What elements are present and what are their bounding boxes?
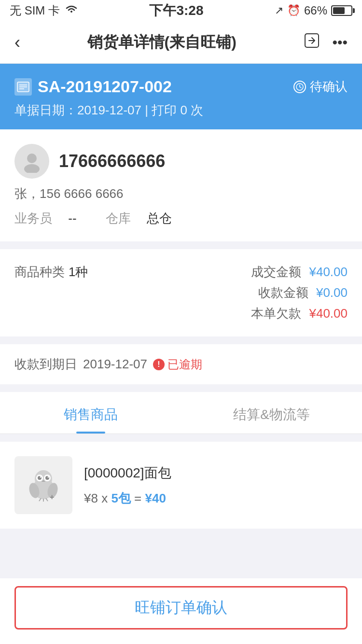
- overdue-text: 已逾期: [167, 357, 202, 372]
- gps-icon: ↗: [275, 4, 283, 17]
- product-kinds: 商品种类 1种: [14, 264, 88, 280]
- warehouse-value: 总仓: [147, 211, 172, 225]
- page-title: 销货单详情(来自旺铺): [87, 32, 237, 53]
- order-header: SA-20191207-002 待确认 单据日期：2019-12-07 | 打印…: [0, 64, 362, 129]
- order-icon: [14, 78, 32, 96]
- warehouse-label: 仓库: [106, 211, 143, 225]
- share-button[interactable]: [303, 32, 320, 53]
- svg-point-6: [27, 154, 37, 163]
- sales-rep-label: 业务员: [14, 211, 65, 225]
- clock-icon: [293, 81, 306, 93]
- due-date-section: 收款到期日 2019-12-07 ! 已逾期: [0, 344, 362, 384]
- confirm-order-button[interactable]: 旺铺订单确认: [14, 586, 348, 630]
- order-status: 待确认: [293, 78, 348, 95]
- owed-row: 本单欠款 ¥40.00: [251, 305, 348, 322]
- svg-line-19: [39, 498, 41, 501]
- battery-percent: 66%: [304, 4, 327, 17]
- customer-name: 张，156 6666 6666: [14, 185, 348, 202]
- product-qty: 5包: [111, 491, 130, 505]
- sales-rep-value: --: [68, 211, 76, 225]
- back-button[interactable]: ‹: [14, 32, 20, 53]
- overdue-badge: ! 已逾期: [153, 357, 202, 372]
- svg-line-21: [46, 498, 48, 501]
- order-date: 单据日期：2019-12-07 | 打印 0 次: [14, 102, 348, 119]
- carrier-label: 无 SIM 卡: [10, 3, 60, 18]
- product-name: [0000002]面包: [84, 464, 348, 482]
- product-total: ¥40: [145, 491, 166, 505]
- status-right: ↗ ⏰ 66%: [275, 4, 352, 17]
- customer-section: 17666666666 张，156 6666 6666 业务员 -- 仓库 总仓: [0, 129, 362, 241]
- more-button[interactable]: •••: [332, 34, 348, 51]
- received-row: 收款金额 ¥0.00: [258, 284, 348, 301]
- svg-text:+: +: [50, 493, 54, 501]
- due-date: 2019-12-07: [83, 357, 147, 372]
- product-thumbnail: +: [14, 456, 72, 514]
- tab-products[interactable]: 销售商品: [0, 392, 181, 434]
- customer-avatar: [14, 144, 49, 179]
- owed-value: ¥40.00: [309, 306, 348, 321]
- tab-settlement[interactable]: 结算&物流等: [181, 392, 362, 434]
- customer-meta: 业务员 -- 仓库 总仓: [14, 210, 348, 227]
- svg-point-14: [40, 476, 42, 478]
- tabs: 销售商品 结算&物流等: [0, 392, 362, 434]
- product-price: ¥8 x 5包 = ¥40: [84, 490, 348, 507]
- unit-price: ¥8 x: [84, 491, 111, 505]
- summary-amounts: 成交金额 ¥40.00 收款金额 ¥0.00 本单欠款 ¥40.00: [251, 264, 348, 322]
- product-details: [0000002]面包 ¥8 x 5包 = ¥40: [84, 464, 348, 507]
- alarm-icon: ⏰: [287, 4, 300, 17]
- owed-label: 本单欠款: [251, 305, 301, 322]
- customer-phone: 17666666666: [59, 151, 165, 171]
- status-time: 下午3:28: [149, 1, 203, 20]
- status-left: 无 SIM 卡: [10, 3, 78, 18]
- equals-sign: =: [134, 491, 145, 505]
- status-bar: 无 SIM 卡 下午3:28 ↗ ⏰ 66%: [0, 0, 362, 21]
- kinds-value: 1种: [69, 264, 88, 280]
- received-label: 收款金额: [258, 284, 308, 301]
- status-text: 待确认: [310, 78, 348, 95]
- svg-point-7: [24, 164, 40, 173]
- battery-icon: [331, 5, 352, 16]
- wifi-icon: [65, 4, 78, 17]
- product-item: + [0000002]面包 ¥8 x 5包 = ¥40: [0, 442, 362, 529]
- nav-bar: ‹ 销货单详情(来自旺铺) •••: [0, 21, 362, 64]
- kinds-label: 商品种类: [14, 264, 65, 280]
- svg-point-15: [48, 476, 49, 478]
- order-id: SA-20191207-002: [14, 77, 172, 96]
- amount-value: ¥40.00: [309, 265, 348, 280]
- product-list: + [0000002]面包 ¥8 x 5包 = ¥40: [0, 442, 362, 529]
- bottom-bar: 旺铺订单确认: [0, 578, 362, 644]
- overdue-icon: !: [153, 359, 165, 370]
- received-value: ¥0.00: [316, 285, 348, 300]
- due-label: 收款到期日: [14, 356, 77, 373]
- summary-section: 商品种类 1种 成交金额 ¥40.00 收款金额 ¥0.00 本单欠款 ¥40.…: [0, 249, 362, 336]
- amount-label: 成交金额: [251, 264, 301, 280]
- nav-actions: •••: [303, 32, 348, 53]
- amount-row: 成交金额 ¥40.00: [251, 264, 348, 280]
